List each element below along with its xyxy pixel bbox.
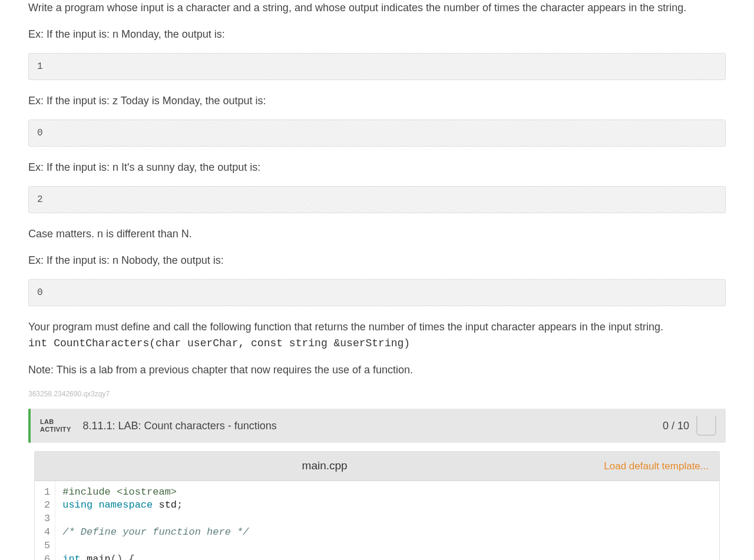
function-signature: int CountCharacters(char userChar, const… xyxy=(28,337,410,349)
code-line[interactable]: int main() { xyxy=(62,553,712,560)
lab-score: 0 / 10 xyxy=(663,418,689,434)
code-editor[interactable]: main.cpp Load default template... 123456… xyxy=(34,451,720,560)
lab-activity-line2: ACTIVITY xyxy=(40,426,71,433)
line-numbers: 1234567 xyxy=(35,481,55,561)
function-description: Your program must define and call the fo… xyxy=(28,321,663,333)
editor-header: main.cpp Load default template... xyxy=(35,452,719,481)
example-2-output: 0 xyxy=(28,120,726,147)
example-3-label: Ex: If the input is: n It's a sunny day,… xyxy=(28,160,726,175)
code-lines[interactable]: #include <iostream> using namespace std;… xyxy=(55,481,719,561)
prompt-note: Note: This is a lab from a previous chap… xyxy=(28,362,726,378)
score-badge-icon xyxy=(696,416,716,436)
editor-filename: main.cpp xyxy=(45,458,604,475)
lab-activity-label: LAB ACTIVITY xyxy=(40,418,71,433)
code-line[interactable]: using namespace std; xyxy=(62,499,712,512)
example-4-label: Ex: If the input is: n Nobody, the outpu… xyxy=(28,253,726,269)
load-default-template-link[interactable]: Load default template... xyxy=(604,459,709,474)
example-2-label: Ex: If the input is: z Today is Monday, … xyxy=(28,93,726,109)
example-3-output: 2 xyxy=(28,186,726,213)
code-line[interactable] xyxy=(62,512,712,526)
example-4-output: 0 xyxy=(28,279,726,306)
lab-activity-line1: LAB xyxy=(40,418,71,426)
lab-header: LAB ACTIVITY 8.11.1: LAB: Count characte… xyxy=(28,409,726,443)
example-1-label: Ex: If the input is: n Monday, the outpu… xyxy=(28,26,726,42)
lab-title: 8.11.1: LAB: Count characters - function… xyxy=(83,418,663,434)
meta-code: 363258.2342690.qx3zqy7 xyxy=(28,389,726,399)
case-note: Case matters. n is different than N. xyxy=(28,226,726,242)
function-description-block: Your program must define and call the fo… xyxy=(28,319,726,352)
prompt-intro: Write a program whose input is a charact… xyxy=(28,0,726,16)
example-1-output: 1 xyxy=(28,53,726,80)
code-line[interactable]: #include <iostream> xyxy=(62,486,712,499)
code-line[interactable]: /* Define your function here */ xyxy=(62,526,712,539)
code-area[interactable]: 1234567 #include <iostream> using namesp… xyxy=(35,481,719,561)
code-line[interactable] xyxy=(62,539,712,553)
